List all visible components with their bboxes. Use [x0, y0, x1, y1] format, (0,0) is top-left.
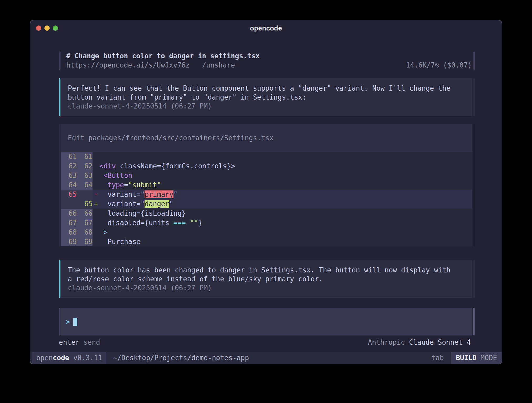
assistant-message: The button color has been changed to dan… [59, 260, 475, 298]
diff-row: 6666 loading={isLoading} [61, 209, 472, 218]
new-line-number: 62 [77, 161, 93, 171]
main-area: # Change button color to danger in setti… [30, 36, 502, 352]
mode-suffix: MODE [477, 354, 497, 362]
send-hint: enter send [59, 337, 100, 348]
diff-marker [93, 237, 99, 246]
diff-code-line: <Button [99, 171, 472, 180]
diff-rows: 61616262<div className={formCs.controls}… [61, 152, 472, 246]
diff-code-line: disabled={units === ""} [99, 218, 472, 228]
app-name-prefix: open [36, 354, 53, 362]
zoom-window-button[interactable] [53, 25, 58, 31]
edit-right-rule [473, 124, 475, 246]
new-line-number: 69 [77, 237, 93, 246]
input-right-rule [473, 308, 475, 335]
new-line-number: 68 [77, 228, 93, 237]
diff-marker [93, 180, 99, 190]
header-left-rule [59, 51, 60, 70]
diff-row: 65- variant="primary" [61, 190, 472, 199]
diff-row: 6262<div className={formCs.controls}> [61, 161, 472, 171]
old-line-number: 63 [61, 171, 77, 180]
old-line-number [61, 199, 77, 209]
mode-chip: BUILD MODE [451, 352, 502, 364]
window-title: opencode [250, 24, 282, 32]
app-name-suffix: code [53, 354, 69, 362]
send-action-label: send [84, 338, 100, 346]
traffic-lights [36, 20, 58, 36]
new-line-number: 64 [77, 180, 93, 190]
tab-key-hint: tab [431, 352, 444, 364]
diff-marker [93, 218, 99, 228]
unshare-command[interactable]: /unshare [202, 61, 235, 70]
edit-tool-block: Edit packages/frontend/src/containers/Se… [59, 124, 475, 246]
message-input[interactable]: > [61, 308, 472, 335]
edit-left-rule [59, 124, 60, 246]
diff-marker: + [93, 199, 99, 209]
header-spacer [235, 61, 406, 70]
provider-label: Anthropic [368, 338, 405, 346]
old-line-number: 62 [61, 161, 77, 171]
working-directory: ~/Desktop/Projects/demo-notes-app [113, 352, 249, 364]
prompt-input-block: > [59, 308, 475, 335]
diff-row: 6161 [61, 152, 472, 161]
diff-code-line: variant="primary" [99, 190, 472, 199]
share-url-link[interactable]: https://opencode.ai/s/UwJxv76z [66, 61, 190, 70]
diff-code-line: type="submit" [99, 180, 472, 190]
model-label: Claude Sonnet 4 [409, 338, 471, 346]
old-line-number: 64 [61, 180, 77, 190]
statusbar-spacer [249, 352, 431, 364]
diff-code-line: <div className={formCs.controls}> [99, 161, 472, 171]
message-line: The button color has been changed to dan… [68, 266, 472, 275]
old-line-number: 65 [61, 190, 77, 199]
diff-row: 65+ variant="danger" [61, 199, 472, 209]
new-line-number: 61 [77, 152, 93, 161]
new-line-number: 63 [77, 171, 93, 180]
text-cursor [73, 318, 77, 326]
opencode-window: opencode # Change button color to danger… [30, 20, 502, 364]
message-line: Perfect! I can see that the Button compo… [68, 84, 472, 93]
new-line-number: 65 [77, 199, 93, 209]
session-header: # Change button color to danger in setti… [59, 51, 475, 70]
app-version: v0.3.11 [69, 354, 102, 362]
message-line: a red/rose color scheme instead of the b… [68, 275, 472, 283]
message-right-rule [473, 78, 475, 116]
message-right-rule [473, 260, 475, 298]
model-indicator: Anthropic Claude Sonnet 4 [368, 337, 471, 348]
diff-row: 6868 > [61, 228, 472, 237]
header-right-rule [473, 51, 475, 70]
titlebar: opencode [30, 20, 502, 36]
old-line-number: 66 [61, 209, 77, 218]
diff-code-line [99, 152, 472, 161]
old-line-number: 68 [61, 228, 77, 237]
old-line-number: 61 [61, 152, 77, 161]
message-accent-bar [59, 78, 60, 116]
message-line: button variant from "primary" to "danger… [68, 93, 472, 102]
enter-key-hint: enter [59, 338, 79, 346]
message-model-meta: claude-sonnet-4-20250514 (06:27 PM) [68, 102, 472, 111]
diff-marker: - [93, 190, 99, 199]
diff-code-line: variant="danger" [99, 199, 472, 209]
minimize-window-button[interactable] [44, 25, 50, 31]
diff-marker [93, 161, 99, 171]
footer-hints: enter send Anthropic Claude Sonnet 4 [59, 337, 475, 348]
assistant-message: Perfect! I can see that the Button compo… [59, 78, 475, 116]
diff-marker [93, 228, 99, 237]
session-title: # Change button color to danger in setti… [66, 51, 472, 61]
diff-marker [93, 171, 99, 180]
token-usage: 14.6K/7% ($0.07) [406, 61, 472, 70]
message-model-meta: claude-sonnet-4-20250514 (06:27 PM) [68, 283, 472, 292]
edit-file-title: Edit packages/frontend/src/containers/Se… [61, 124, 472, 152]
diff-marker [93, 152, 99, 161]
diff-row: 6969 Purchase [61, 237, 472, 246]
input-left-rule [59, 308, 60, 335]
old-line-number: 67 [61, 218, 77, 228]
diff-row: 6767 disabled={units === ""} [61, 218, 472, 228]
app-version-chip: opencode v0.3.11 [32, 352, 106, 364]
close-window-button[interactable] [36, 25, 41, 31]
old-line-number: 69 [61, 237, 77, 246]
new-line-number: 67 [77, 218, 93, 228]
diff-code-line: loading={isLoading} [99, 209, 472, 218]
mode-name: BUILD [456, 354, 476, 362]
diff-code-line: Purchase [99, 237, 472, 246]
prompt-caret: > [66, 318, 70, 326]
diff-marker [93, 209, 99, 218]
